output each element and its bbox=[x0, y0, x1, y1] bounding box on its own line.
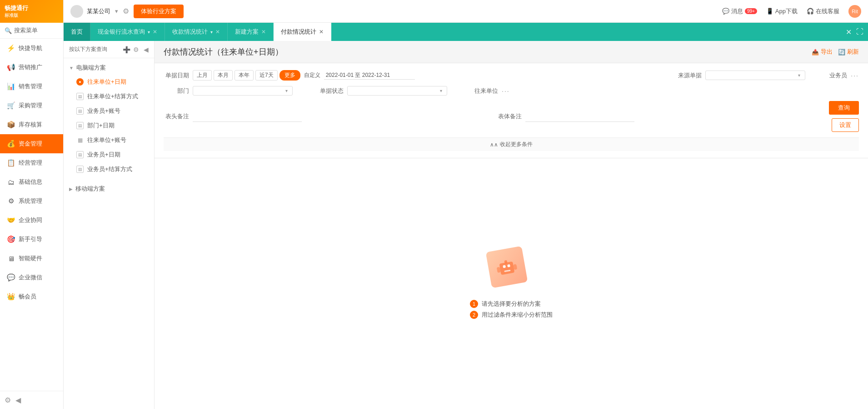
scheme-item-dept-date[interactable]: ▤部门+日期 bbox=[64, 118, 154, 133]
tab-close-payment-stats[interactable]: ✕ bbox=[319, 29, 324, 35]
scheme-icon-unit-date: ● bbox=[76, 78, 84, 86]
desktop-group-header[interactable]: ▼ 电脑端方案 bbox=[64, 61, 154, 75]
sidebar-item-label-inventory: 库存核算 bbox=[19, 121, 42, 129]
scheme-item-staff-date[interactable]: ▤业务员+日期 bbox=[64, 147, 154, 162]
last-7days-btn[interactable]: 近7天 bbox=[255, 70, 278, 81]
online-service-btn[interactable]: 🎧 在线客服 bbox=[807, 7, 839, 15]
staff-select-btn[interactable]: ··· bbox=[851, 72, 859, 79]
sidebar-item-inventory[interactable]: 📦库存核算 bbox=[0, 115, 63, 134]
scheme-label-unit-settle: 往来单位+结算方式 bbox=[87, 92, 138, 101]
sidebar-item-weixin[interactable]: 💬企业微信 bbox=[0, 268, 63, 287]
logo-sub: 标准版 bbox=[5, 12, 28, 19]
refresh-icon: 🔄 bbox=[838, 49, 845, 56]
last-month-btn[interactable]: 上月 bbox=[193, 70, 212, 81]
scheme-item-unit-settle[interactable]: ▤往来单位+结算方式 bbox=[64, 89, 154, 104]
step-2-text: 用过滤条件来缩小分析范围 bbox=[482, 311, 553, 319]
header-note-input[interactable] bbox=[193, 111, 302, 122]
body-note-input[interactable] bbox=[525, 111, 634, 122]
sidebar-item-guide[interactable]: 🎯新手引导 bbox=[0, 230, 63, 249]
sidebar-item-member[interactable]: 👑畅会员 bbox=[0, 287, 63, 306]
this-year-btn[interactable]: 本年 bbox=[234, 70, 254, 81]
page-header-actions: 📤 导出 🔄 刷新 bbox=[812, 48, 859, 56]
add-scheme-icon[interactable]: ➕ bbox=[123, 46, 130, 53]
export-btn[interactable]: 📤 导出 bbox=[812, 48, 833, 56]
scheme-item-staff-account[interactable]: ▤业务员+账号 bbox=[64, 104, 154, 118]
mobile-scheme-group: ▶ 移动端方案 bbox=[64, 179, 154, 198]
setting-btn[interactable]: 设置 bbox=[832, 118, 859, 132]
sidebar-item-purchase[interactable]: 🛒采购管理 bbox=[0, 96, 63, 115]
tab-receipt-stats[interactable]: 收款情况统计▾✕ bbox=[165, 23, 228, 41]
scheme-icon-staff-account: ▤ bbox=[76, 107, 84, 115]
date-filter-group: 单据日期 上月 本月 本年 近7天 更多 自定义 bbox=[164, 70, 667, 81]
company-dropdown-icon[interactable]: ▾ bbox=[115, 8, 118, 15]
maximize-icon[interactable]: ⛶ bbox=[856, 28, 863, 36]
voucher-status-select[interactable]: ▾ bbox=[347, 86, 447, 96]
close-all-tabs-icon[interactable]: ✕ bbox=[846, 28, 852, 36]
notification-badge: 99+ bbox=[745, 8, 757, 14]
sidebar-footer: ⚙ ◀ bbox=[0, 391, 63, 409]
scheme-item-unit-account[interactable]: ▦往来单位+账号 bbox=[64, 133, 154, 147]
collapse-sidebar-icon[interactable]: ◀ bbox=[15, 396, 21, 404]
tab-label-bank-flow: 现金银行流水查询 bbox=[98, 28, 145, 36]
settings-scheme-icon[interactable]: ⚙ bbox=[133, 46, 139, 53]
trial-btn[interactable]: 体验行业方案 bbox=[134, 5, 184, 18]
sidebar-item-sales[interactable]: 📊销售管理 bbox=[0, 77, 63, 96]
app-download-btn[interactable]: 📱 App下载 bbox=[766, 7, 798, 15]
tab-label-payment-stats: 付款情况统计 bbox=[281, 28, 316, 36]
tab-close-receipt-stats[interactable]: ✕ bbox=[215, 29, 220, 35]
sidebar-item-quick-nav[interactable]: ⚡快捷导航 bbox=[0, 39, 63, 58]
scheme-panel-title: 按以下方案查询 bbox=[69, 45, 107, 53]
base-info-nav-icon: 🗂 bbox=[7, 178, 15, 186]
sidebar-item-collab[interactable]: 🤝企业协同 bbox=[0, 211, 63, 230]
this-month-btn[interactable]: 本月 bbox=[214, 70, 233, 81]
scheme-item-unit-date[interactable]: ●往来单位+日期 bbox=[64, 75, 154, 89]
topbar-gear-icon[interactable]: ⚙ bbox=[123, 7, 129, 15]
query-btn[interactable]: 查询 bbox=[829, 101, 859, 115]
tab-dropdown-bank-flow[interactable]: ▾ bbox=[148, 30, 150, 35]
sidebar-item-finance[interactable]: 💰资金管理 bbox=[0, 134, 63, 153]
date-range-input[interactable] bbox=[324, 71, 415, 80]
sidebar-item-marketing[interactable]: 📢营销推广 bbox=[0, 58, 63, 77]
source-select[interactable]: ▾ bbox=[705, 71, 805, 80]
settings-icon[interactable]: ⚙ bbox=[5, 396, 11, 404]
search-menu[interactable]: 🔍 搜索菜单 bbox=[0, 23, 63, 39]
more-date-btn[interactable]: 更多 bbox=[279, 70, 300, 81]
tab-bank-flow[interactable]: 现金银行流水查询▾✕ bbox=[90, 23, 165, 41]
notification-label: 消息 bbox=[731, 7, 743, 15]
topbar: 某某公司 ▾ ⚙ 体验行业方案 💬 消息 99+ 📱 App下载 🎧 在线客服 … bbox=[64, 0, 868, 23]
collapse-chevron-icon: ∧∧ bbox=[490, 141, 498, 148]
sidebar-item-operation[interactable]: 📋经营管理 bbox=[0, 153, 63, 172]
tab-home[interactable]: 首页 bbox=[64, 23, 90, 41]
sidebar-item-hardware[interactable]: 🖥智能硬件 bbox=[0, 249, 63, 268]
tab-new-scheme[interactable]: 新建方案✕ bbox=[228, 23, 274, 41]
marketing-nav-icon: 📢 bbox=[7, 63, 15, 71]
tab-close-bank-flow[interactable]: ✕ bbox=[153, 29, 157, 35]
filter-row-1: 单据日期 上月 本月 本年 近7天 更多 自定义 来源单据 bbox=[164, 70, 859, 81]
tab-close-new-scheme[interactable]: ✕ bbox=[261, 29, 266, 35]
collapse-more-btn[interactable]: ∧∧ 收起更多条件 bbox=[490, 141, 533, 148]
unit-select-btn[interactable]: ··· bbox=[502, 87, 510, 95]
dept-select[interactable]: ▾ bbox=[193, 86, 293, 96]
desktop-group-label: 电脑端方案 bbox=[76, 64, 106, 72]
scheme-panel-actions: ➕ ⚙ ◀ bbox=[123, 46, 149, 53]
sidebar-item-base-info[interactable]: 🗂基础信息 bbox=[0, 172, 63, 192]
nav-items: ⚡快捷导航📢营销推广📊销售管理🛒采购管理📦库存核算💰资金管理📋经营管理🗂基础信息… bbox=[0, 39, 63, 306]
header-note-label: 表头备注 bbox=[164, 112, 189, 121]
voucher-status-label: 单据状态 bbox=[318, 87, 344, 95]
tab-payment-stats[interactable]: 付款情况统计✕ bbox=[274, 23, 331, 41]
notification-btn[interactable]: 💬 消息 99+ bbox=[722, 7, 757, 15]
custom-label: 自定义 bbox=[304, 71, 320, 79]
collapse-scheme-icon[interactable]: ◀ bbox=[144, 46, 149, 53]
tab-dropdown-receipt-stats[interactable]: ▾ bbox=[210, 30, 213, 35]
user-avatar[interactable]: Rit bbox=[848, 5, 861, 18]
sidebar-item-label-member: 畅会员 bbox=[19, 293, 36, 301]
desktop-scheme-group: ▼ 电脑端方案 ●往来单位+日期▤往来单位+结算方式▤业务员+账号▤部门+日期▦… bbox=[64, 58, 154, 179]
unit-filter-group: 往来单位 ··· bbox=[473, 87, 510, 95]
scheme-icon-dept-date: ▤ bbox=[76, 122, 84, 129]
sidebar-item-system[interactable]: ⚙系统管理 bbox=[0, 192, 63, 211]
quick-nav-nav-icon: ⚡ bbox=[7, 44, 15, 52]
content-area: 按以下方案查询 ➕ ⚙ ◀ ▼ 电脑端方案 ●往来单位+日期▤往来单位+结算方式… bbox=[64, 41, 868, 409]
mobile-group-header[interactable]: ▶ 移动端方案 bbox=[64, 182, 154, 196]
refresh-btn[interactable]: 🔄 刷新 bbox=[838, 48, 859, 56]
scheme-item-staff-settle[interactable]: ▤业务员+结算方式 bbox=[64, 162, 154, 177]
